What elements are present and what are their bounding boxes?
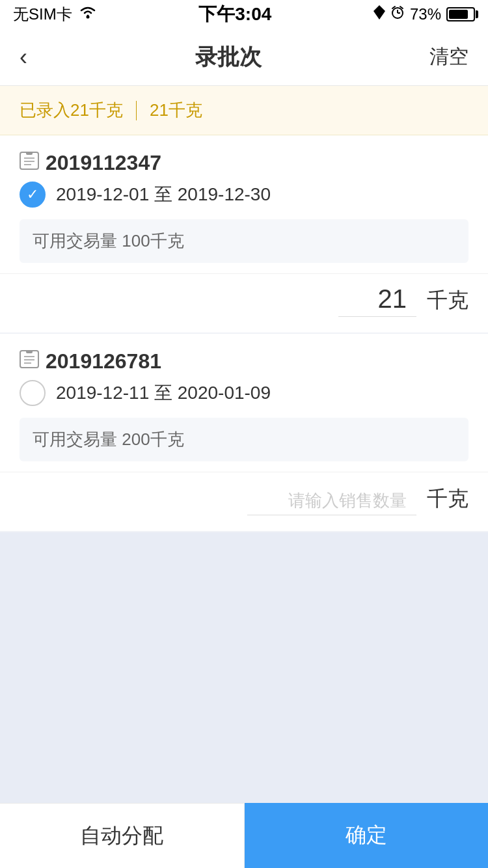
batch-icon-2 (20, 350, 39, 373)
radio-btn-2[interactable] (20, 380, 46, 406)
nav-bar: ‹ 录批次 清空 (0, 29, 488, 86)
carrier-label: 无SIM卡 (13, 4, 72, 25)
input-row-1: 千克 (0, 273, 488, 332)
summary-divider (136, 101, 137, 120)
status-right: 73% (373, 5, 475, 23)
back-button[interactable]: ‹ (20, 44, 27, 71)
batch-header-1: 2019112347 (0, 135, 488, 182)
batch-icon-1 (20, 152, 39, 174)
input-row-2: 千克 (0, 472, 488, 531)
svg-point-0 (86, 16, 89, 19)
confirm-button[interactable]: 确定 (245, 803, 489, 868)
location-icon (373, 5, 385, 23)
check-icon-1: ✓ (27, 186, 38, 203)
unit-label-1: 千克 (427, 286, 468, 315)
batch-date-row-1[interactable]: ✓ 2019-12-01 至 2019-12-30 (0, 182, 488, 214)
content-area: 已录入21千克 21千克 2019112347 ✓ 2019-12-01 至 2… (0, 86, 488, 803)
svg-rect-5 (26, 152, 33, 155)
input-underline-2 (247, 483, 416, 515)
spacer-area (0, 532, 488, 803)
qty-input-2[interactable] (247, 483, 416, 512)
batch-id-1: 2019112347 (46, 151, 161, 175)
batch-id-2: 2019126781 (46, 349, 161, 373)
status-left: 无SIM卡 (13, 4, 97, 25)
bottom-bar: 自动分配 确定 (0, 803, 488, 868)
qty-input-1[interactable] (338, 284, 416, 314)
auto-distribute-button[interactable]: 自动分配 (0, 803, 245, 868)
batch-date-2: 2019-12-11 至 2020-01-09 (56, 381, 271, 405)
page-title: 录批次 (195, 42, 262, 72)
batch-card-2: 2019126781 2019-12-11 至 2020-01-09 可用交易量… (0, 334, 488, 531)
summary-banner: 已录入21千克 21千克 (0, 86, 488, 135)
batch-card-1: 2019112347 ✓ 2019-12-01 至 2019-12-30 可用交… (0, 135, 488, 332)
summary-amount: 21千克 (150, 99, 202, 122)
batch-date-1: 2019-12-01 至 2019-12-30 (56, 182, 271, 207)
svg-rect-10 (26, 350, 33, 353)
radio-btn-1[interactable]: ✓ (20, 182, 46, 208)
unit-label-2: 千克 (427, 485, 468, 513)
status-time: 下午3:04 (198, 2, 271, 27)
wifi-icon (79, 5, 97, 23)
avail-qty-2: 可用交易量 200千克 (20, 418, 468, 461)
battery-percentage: 73% (410, 5, 441, 23)
input-underline-1 (338, 284, 416, 317)
battery-icon (446, 7, 475, 21)
avail-qty-1: 可用交易量 100千克 (20, 219, 468, 263)
recorded-label: 已录入21千克 (20, 99, 123, 122)
batch-date-row-2[interactable]: 2019-12-11 至 2020-01-09 (0, 380, 488, 413)
alarm-icon (390, 5, 405, 23)
clear-button[interactable]: 清空 (429, 44, 468, 70)
status-bar: 无SIM卡 下午3:04 73% (0, 0, 488, 29)
batch-header-2: 2019126781 (0, 334, 488, 380)
